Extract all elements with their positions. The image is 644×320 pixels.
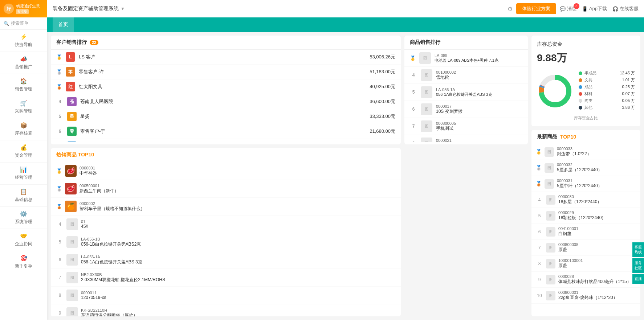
- hot-info-8: 0000011 12070519-xs: [81, 291, 395, 300]
- newest-thumb-9: 图: [546, 275, 555, 284]
- inventory-chart-container: 半成品 12.45 万 文具 1.01 万 成品 0.25 万: [537, 70, 635, 112]
- newest-item-2: 🥈 图 0000032 5厘多层（1220*2440）: [531, 160, 640, 176]
- shortcut-icon: ⚡: [20, 33, 27, 40]
- middle-column: 商品销售排行 🥇 图 LA-089 电池盖 LA-089 ABS本色+黑种 7.…: [404, 36, 528, 316]
- legend-meat: 肉类 -0.05 万: [579, 98, 635, 103]
- legend-other: 其他 -3.86 万: [579, 105, 635, 110]
- ranking-item-4: 4 苍 苍南县人民医院 36,600.00元: [51, 94, 401, 109]
- sidebar-item-finance[interactable]: 💰 资金管理: [0, 140, 47, 163]
- guide-icon: 🎯: [20, 255, 27, 262]
- sidebar-nav: ⚡ 快捷导航 📣 营销推广 🏠 销售管理 🛒 采购管理 📦 库存核算 💰 资金管…: [0, 30, 47, 320]
- newest-thumb-1: 图: [545, 147, 554, 157]
- prod-thumb-2: 图: [421, 69, 432, 81]
- hot-thumb-2: 🥩: [65, 183, 77, 194]
- sidebar-item-purchase[interactable]: 🛒 采购管理: [0, 96, 47, 118]
- app-download-button[interactable]: 📱 App下载: [582, 5, 607, 12]
- prod-thumb-4: 图: [421, 103, 432, 115]
- medal-gold-icon: 🥇: [56, 54, 62, 60]
- cs-live-button[interactable]: 直播: [632, 274, 644, 284]
- newest-medal-2: 🥈: [536, 165, 542, 171]
- product-item-1: 🥇 图 LA-089 电池盖 LA-089 ABS本色+黑种 7.1克: [404, 50, 528, 67]
- newest-item-6: 6 图 004100001 白钢垫: [531, 224, 640, 240]
- customer-ranking-list: 🥇 L LS 客户 53,006.26元 🥈 零 零售客户-许 51,183.0…: [51, 50, 401, 142]
- sidebar-item-sales[interactable]: 🏠 销售管理: [0, 74, 47, 96]
- right-column: 库存总资金 9.88万: [531, 36, 640, 316]
- cs-community-button[interactable]: 服务社区: [632, 258, 644, 273]
- sidebar-item-base[interactable]: 📋 基础信息: [0, 185, 47, 207]
- cs-hotline-button[interactable]: 客服热线: [632, 242, 644, 257]
- sidebar-item-system[interactable]: ⚙️ 系统管理: [0, 207, 47, 229]
- hot-products-panel: 热销商品 TOP10 🥇 🥩 0000001 中华神器 🥈 🥩: [51, 148, 401, 316]
- hot-info-6: LA-056-1A 056-1A白色按键开关盖ABS 3克: [81, 255, 395, 265]
- phone-icon: 📱: [582, 6, 588, 12]
- avatar-6: 零: [67, 127, 77, 136]
- inventory-title: 库存总资金: [537, 41, 635, 48]
- ranking-item-3: 🥉 红 红太阳文具 40,925.00元: [51, 79, 401, 94]
- newest-medal-3: 🥉: [536, 181, 542, 186]
- medal-silver-icon: 🥈: [56, 69, 62, 75]
- online-service-button[interactable]: 🎧 在线客服: [612, 5, 639, 12]
- settings-icon[interactable]: ⚙: [508, 5, 513, 12]
- search-menu[interactable]: 🔍 搜索菜单: [0, 17, 47, 30]
- newest-products-panel: 最新商品 TOP10 🥇 图 0000033 封边带（1.0*22） 🥈 图: [531, 130, 640, 316]
- inventory-donut-chart: [537, 73, 573, 109]
- topbar-title: 装备及固定资产辅助管理系统 ▼: [53, 5, 504, 12]
- sidebar-item-cooperation[interactable]: 🤝 企业协同: [0, 229, 47, 251]
- prod-thumb-3: 图: [421, 86, 432, 98]
- sidebar-item-shortcut[interactable]: ⚡ 快捷导航: [0, 30, 47, 52]
- legend-material: 材料 0.07 万: [579, 91, 635, 97]
- newest-thumb-6: 图: [546, 227, 555, 237]
- inventory-icon: 📦: [20, 122, 27, 129]
- hot-thumb-5: 图: [66, 236, 78, 248]
- purchase-icon: 🛒: [20, 100, 27, 107]
- prod-thumb-6: 图: [421, 138, 432, 142]
- newest-item-5: 5 图 0000029 18颗粒板（1220*2440）: [531, 208, 640, 224]
- inventory-amount: 9.88万: [537, 51, 635, 65]
- legend-dot-material: [579, 92, 582, 96]
- legend-dot-other: [579, 106, 582, 110]
- hot-thumb-3: 🍊: [65, 201, 77, 212]
- product-item-4: 6 图 0000017 10S 变刺罗猴: [404, 101, 528, 118]
- hot-medal-3: 🥉: [56, 204, 62, 209]
- medal-bronze-icon: 🥉: [56, 84, 62, 90]
- hot-item-8: 8 图 0000011 12070519-xs: [51, 287, 401, 304]
- newest-thumb-3: 图: [545, 179, 554, 189]
- sidebar-item-marketing[interactable]: 📣 营销推广: [0, 52, 47, 74]
- message-icon: 💬: [560, 6, 566, 12]
- sidebar-item-guide[interactable]: 🎯 新手引导: [0, 251, 47, 273]
- prod-thumb-1: 图: [419, 52, 431, 64]
- avatar-7: 云: [67, 141, 77, 142]
- headset-icon: 🎧: [612, 6, 618, 12]
- inventory-footer: 库存资金占比: [537, 115, 635, 121]
- hot-medal-2: 🥈: [56, 186, 62, 192]
- topbar-right: 💬 消息 6 📱 App下载 🎧 在线客服: [560, 5, 639, 12]
- newest-products-header: 最新商品 TOP10: [531, 130, 640, 144]
- sidebar-item-operations[interactable]: 📊 经营管理: [0, 163, 47, 185]
- newest-item-9: 9 图 0000028 体碱荔枝味苏打饮品400毫升（1*15）: [531, 272, 640, 288]
- trial-button[interactable]: 体验行业方案: [516, 3, 556, 14]
- sidebar-item-inventory[interactable]: 📦 库存核算: [0, 118, 47, 140]
- hot-products-list: 🥇 🥩 0000001 中华神器 🥈 🥩 000500001 新西兰牛肉（新牛）: [51, 162, 401, 316]
- hot-item-3: 🥉 🍊 0000002 智利车子里（规格不知道填什么）: [51, 198, 401, 216]
- message-button[interactable]: 💬 消息 6: [560, 5, 576, 12]
- inventory-panel: 库存总资金 9.88万: [531, 36, 640, 126]
- newest-item-1: 🥇 图 0000033 封边带（1.0*22）: [531, 144, 640, 160]
- ranking-item-6: 6 零 零售客户-于 21,680.00元: [51, 124, 401, 139]
- nav-tab-home[interactable]: 首页: [53, 17, 74, 32]
- dropdown-arrow-icon[interactable]: ▼: [121, 6, 125, 11]
- newest-thumb-5: 图: [546, 211, 555, 221]
- hot-info-2: 000500001 新西兰牛肉（新牛）: [80, 184, 395, 194]
- topbar: 装备及固定资产辅助管理系统 ▼ ⚙ 体验行业方案 💬 消息 6 📱 App下载 …: [47, 0, 644, 17]
- newest-item-3: 🥉 图 0000031 5厘中纤（1220*2440）: [531, 176, 640, 192]
- main-content: 装备及固定资产辅助管理系统 ▼ ⚙ 体验行业方案 💬 消息 6 📱 App下载 …: [47, 0, 644, 320]
- logo-icon: 好: [4, 4, 14, 14]
- avatar-4: 苍: [67, 97, 77, 106]
- marketing-icon: 📣: [20, 56, 27, 62]
- hot-info-3: 0000002 智利车子里（规格不知道填什么）: [80, 201, 395, 212]
- hot-item-4: 4 图 01 45#: [51, 216, 401, 233]
- operations-icon: 📊: [20, 166, 27, 173]
- newest-products-list: 🥇 图 0000033 封边带（1.0*22） 🥈 图 0000032 5厘多层…: [531, 144, 640, 316]
- legend-dot-semifinished: [579, 71, 582, 75]
- ranking-item-2: 🥈 零 零售客户-许 51,183.00元: [51, 65, 401, 79]
- hot-thumb-7: 图: [66, 272, 78, 283]
